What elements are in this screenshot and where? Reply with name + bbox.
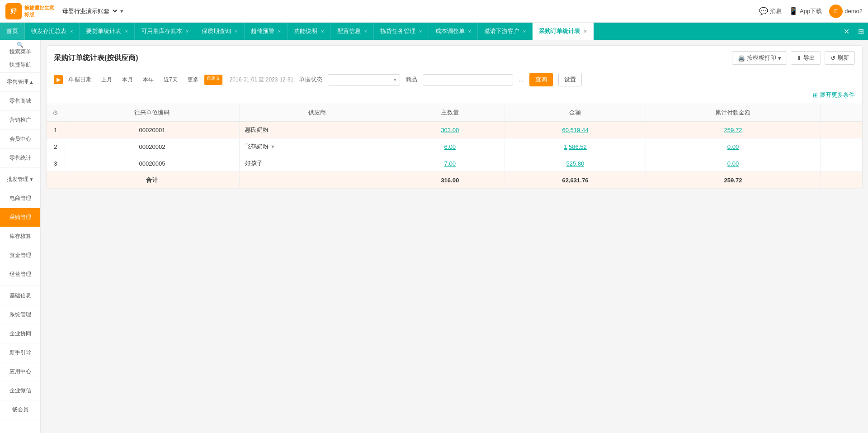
- sidebar-item-vip[interactable]: 畅会员: [0, 400, 40, 419]
- content-area: 采购订单统计表(按供应商) 🖨️ 按模板打印 ▾ ⬇ 导出 ↺: [41, 40, 868, 433]
- tab-close-baozhiqi[interactable]: ×: [235, 29, 237, 34]
- expand-more-btn[interactable]: ⊞ 展开更多条件: [813, 91, 855, 99]
- sidebar-item-wholesale[interactable]: 批发管理 ▼: [0, 170, 40, 189]
- tab-close-shoufahuizongtable[interactable]: ×: [70, 29, 73, 34]
- sidebar-item-appstore[interactable]: 应用中心: [0, 362, 40, 381]
- sidebar-item-basic[interactable]: 基础信息: [0, 286, 40, 305]
- quantity-link[interactable]: 7.00: [444, 160, 456, 167]
- amount-link[interactable]: 1,586.52: [564, 143, 587, 150]
- sidebar-item-newbie[interactable]: 新手引导: [0, 343, 40, 362]
- print-btn[interactable]: 🖨️ 按模板打印 ▾: [732, 51, 787, 65]
- cell-extra: [821, 155, 862, 172]
- app-icon: 📱: [789, 7, 798, 15]
- sidebar-item-retail-shop[interactable]: 零售商城: [0, 92, 40, 111]
- breadcrumb: 母婴行业演示账套 ▾: [59, 6, 123, 16]
- cell-amount: 525.80: [505, 155, 646, 172]
- sidebar-item-marketing[interactable]: 营销推广: [0, 111, 40, 130]
- amount-link[interactable]: 525.80: [566, 160, 585, 167]
- table-footer-row: 合计 316.00 62,631.76 259.72: [47, 172, 862, 189]
- th-quantity: 主数量: [395, 104, 505, 122]
- tab-caigou[interactable]: 采购订单统计表 ×: [533, 23, 593, 40]
- tab-baozhiqi[interactable]: 保质期查询 ×: [195, 23, 244, 40]
- cell-supplier: 惠氏奶粉: [240, 122, 395, 138]
- tab-gongneng[interactable]: 功能说明 ×: [288, 23, 330, 40]
- settings-btn[interactable]: 设置: [558, 73, 582, 86]
- tab-close-gongneng[interactable]: ×: [321, 29, 324, 34]
- sidebar-item-member[interactable]: 会员中心: [0, 130, 40, 149]
- tab-close-chaochuyujing[interactable]: ×: [278, 29, 281, 34]
- search-btn[interactable]: 查询: [529, 73, 553, 86]
- sidebar-item-retail[interactable]: 零售管理 ▲: [0, 73, 40, 92]
- amount-link[interactable]: 60,519.44: [562, 127, 589, 133]
- sidebar-item-purchase[interactable]: 采购管理: [0, 208, 40, 227]
- logo-text: 畅捷通好生意 标版: [24, 5, 54, 18]
- tab-close-keyongliang[interactable]: ×: [186, 29, 189, 34]
- tab-close-caigou[interactable]: ×: [584, 29, 586, 34]
- date-btn-more[interactable]: 更多: [184, 75, 203, 85]
- tab-peizhi[interactable]: 配置信息 ×: [331, 23, 374, 40]
- refresh-btn[interactable]: ↺ 刷新: [825, 51, 855, 65]
- date-range-display: 2016-01-01 至 2023-12-31: [230, 76, 293, 84]
- tab-close-all-btn[interactable]: ✕: [839, 23, 854, 40]
- status-select[interactable]: [328, 74, 400, 86]
- date-btn-this-month[interactable]: 本月: [118, 75, 137, 85]
- date-btn-this-year[interactable]: 本年: [139, 75, 158, 85]
- cell-paid: 0.00: [646, 138, 821, 155]
- top-bar-left: 好 畅捷通好生意 标版 母婴行业演示账套 ▾: [5, 3, 123, 19]
- paid-link[interactable]: 0.00: [727, 143, 739, 150]
- tab-home[interactable]: 首页: [0, 23, 25, 40]
- date-btn-last-month[interactable]: 上月: [97, 75, 116, 85]
- cell-code: 00020005: [65, 155, 240, 172]
- goods-more-btn[interactable]: …: [519, 76, 524, 83]
- paid-link[interactable]: 259.72: [724, 127, 742, 133]
- sidebar-item-operations[interactable]: 经营管理: [0, 265, 40, 284]
- sidebar-item-finance[interactable]: 资金管理: [0, 246, 40, 265]
- goods-input[interactable]: [423, 74, 513, 86]
- cell-supplier: 好孩子: [240, 155, 395, 172]
- date-custom-badge[interactable]: 自定义: [204, 75, 222, 85]
- quantity-link[interactable]: 6.00: [444, 143, 456, 150]
- tab-expand-btn[interactable]: ⊞: [854, 23, 868, 40]
- date-btn-7days[interactable]: 近7天: [160, 75, 182, 85]
- breadcrumb-select[interactable]: 母婴行业演示账套: [59, 6, 118, 16]
- sidebar-search-btn[interactable]: 🔍 搜索菜单: [0, 40, 40, 57]
- tab-chaochuyujing[interactable]: 超储预警 ×: [245, 23, 288, 40]
- tab-shoufahuizongtable[interactable]: 收发存汇总表 ×: [25, 23, 80, 40]
- tab-close-yaoqing[interactable]: ×: [523, 29, 526, 34]
- tab-keyongliang[interactable]: 可用量库存账本 ×: [135, 23, 195, 40]
- sidebar-item-retail-stats[interactable]: 零售统计: [0, 149, 40, 168]
- filter-row-1: ▶ 单据日期 上月 本月 本年 近7天 更多 自定义 2016-01-01 至 …: [54, 73, 855, 86]
- quantity-link[interactable]: 303.00: [441, 127, 459, 133]
- tab-close-pihuo[interactable]: ×: [419, 29, 422, 34]
- sidebar-item-system[interactable]: 系统管理: [0, 305, 40, 324]
- tab-chengben[interactable]: 成本调整单 ×: [429, 23, 478, 40]
- user-area[interactable]: E demo2: [829, 5, 863, 18]
- cell-paid: 259.72: [646, 122, 821, 138]
- tab-close-yaohuo[interactable]: ×: [125, 29, 127, 34]
- export-btn[interactable]: ⬇ 导出: [791, 51, 821, 65]
- tab-pihuo[interactable]: 拣货任务管理 ×: [374, 23, 429, 40]
- footer-empty-1: [47, 172, 65, 189]
- sidebar-item-inventory[interactable]: 库存核算: [0, 227, 40, 246]
- cell-code: 00020001: [65, 122, 240, 138]
- tab-yaoqing[interactable]: 邀请下游客户 ×: [478, 23, 533, 40]
- tab-close-chengben[interactable]: ×: [468, 29, 471, 34]
- sidebar-item-ecommerce[interactable]: 电商管理: [0, 189, 40, 208]
- paid-link[interactable]: 0.00: [727, 160, 739, 167]
- table-row: 2 00020002 飞鹤奶粉 ▼ 6.00 1,586.52 0.00: [47, 138, 862, 155]
- tab-close-peizhi[interactable]: ×: [364, 29, 367, 34]
- page-header-actions: 🖨️ 按模板打印 ▾ ⬇ 导出 ↺ 刷新: [732, 51, 855, 65]
- sidebar-item-wechat[interactable]: 企业微信: [0, 381, 40, 400]
- column-settings-icon[interactable]: ⚙: [52, 109, 58, 116]
- page-title: 采购订单统计表(按供应商): [54, 53, 138, 63]
- cell-quantity: 7.00: [395, 155, 505, 172]
- nav-tabs: 首页 收发存汇总表 × 要货单统计表 × 可用量库存账本 × 保质期查询 × 超…: [0, 23, 868, 40]
- tab-yaohuo[interactable]: 要货单统计表 ×: [80, 23, 134, 40]
- message-action[interactable]: 💬 消息: [759, 7, 782, 15]
- sidebar-item-enterprise[interactable]: 企业协同: [0, 324, 40, 343]
- filter-toggle-btn[interactable]: ▶: [54, 75, 63, 84]
- app-download-action[interactable]: 📱 App下载: [789, 7, 822, 15]
- sidebar-shortcut-btn[interactable]: 快捷导航: [0, 57, 40, 73]
- cell-amount: 1,586.52: [505, 138, 646, 155]
- cell-supplier: 飞鹤奶粉 ▼: [240, 138, 395, 155]
